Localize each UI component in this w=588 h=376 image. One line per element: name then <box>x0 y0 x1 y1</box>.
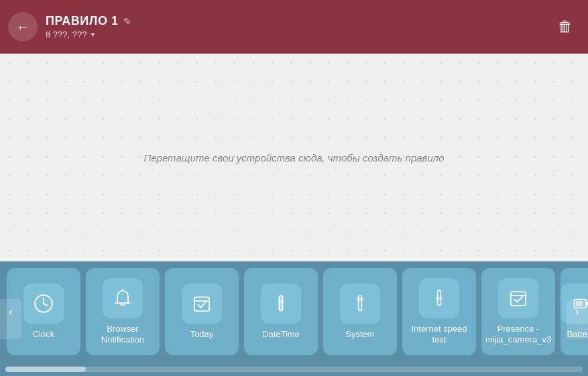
scroll-thumb <box>5 367 86 372</box>
tray-item-datetime[interactable]: DateTime <box>244 268 318 355</box>
tray-nav-left[interactable]: ‹ <box>0 299 21 339</box>
trash-icon: 🗑 <box>558 18 573 36</box>
tray-item-today-label: Today <box>190 329 214 340</box>
tray-item-internet-speed[interactable]: Internet speedtest <box>402 268 476 355</box>
drop-zone: Перетащите свои устройства сюда, чтобы с… <box>0 54 588 261</box>
chevron-down-icon: ▼ <box>89 31 96 38</box>
tray-item-speed-icon <box>419 278 459 318</box>
title-row: ПРАВИЛО 1 ✎ <box>46 14 550 28</box>
chevron-right-icon: › <box>575 305 579 319</box>
delete-button[interactable]: 🗑 <box>550 12 580 42</box>
tray-item-datetime-icon <box>261 284 301 324</box>
tray-item-bell-icon <box>103 278 143 318</box>
svg-rect-13 <box>511 292 526 306</box>
tray-item-system-label: System <box>345 329 374 340</box>
drag-hint-text: Перетащите свои устройства сюда, чтобы с… <box>143 152 444 164</box>
svg-rect-12 <box>436 298 443 300</box>
tray-item-presence[interactable]: Presence -mijia_camera_v3 <box>481 268 555 355</box>
header-title-block: ПРАВИЛО 1 ✎ If ???, ??? ▼ <box>46 14 550 40</box>
header-subtitle[interactable]: If ???, ??? ▼ <box>46 29 550 40</box>
page-title: ПРАВИЛО 1 <box>46 14 118 28</box>
edit-icon[interactable]: ✎ <box>123 16 131 27</box>
scroll-track[interactable] <box>5 367 583 372</box>
back-button[interactable]: ← <box>8 12 38 42</box>
tray-item-today[interactable]: Today <box>165 268 239 355</box>
tray-item-browser-notification-label: BrowserNotification <box>101 324 144 344</box>
tray-item-system[interactable]: System <box>323 268 397 355</box>
tray-item-presence-label: Presence -mijia_camera_v3 <box>485 324 551 344</box>
device-tray: ‹ Clock BrowserNotificat <box>0 261 588 376</box>
tray-item-clock-label: Clock <box>33 329 55 340</box>
svg-rect-10 <box>357 298 363 300</box>
tray-item-browser-notification[interactable]: BrowserNotification <box>86 268 160 355</box>
header: ← ПРАВИЛО 1 ✎ If ???, ??? ▼ 🗑 <box>0 0 588 54</box>
tray-item-today-icon <box>182 284 222 324</box>
tray-item-system-icon <box>340 284 380 324</box>
tray-item-speed-label: Internet speedtest <box>411 324 467 344</box>
back-icon: ← <box>16 20 30 34</box>
svg-rect-4 <box>194 298 209 312</box>
tray-nav-right[interactable]: › <box>567 299 588 339</box>
svg-rect-8 <box>278 300 284 302</box>
chevron-left-icon: ‹ <box>9 305 13 319</box>
tray-item-datetime-label: DateTime <box>262 329 300 340</box>
tray-item-clock-icon <box>23 284 64 324</box>
tray-items-container: Clock BrowserNotification <box>0 261 588 365</box>
svg-line-2 <box>44 304 48 306</box>
tray-item-presence-icon <box>498 278 538 318</box>
subtitle-text: If ???, ??? <box>46 29 86 40</box>
svg-rect-9 <box>359 296 362 310</box>
